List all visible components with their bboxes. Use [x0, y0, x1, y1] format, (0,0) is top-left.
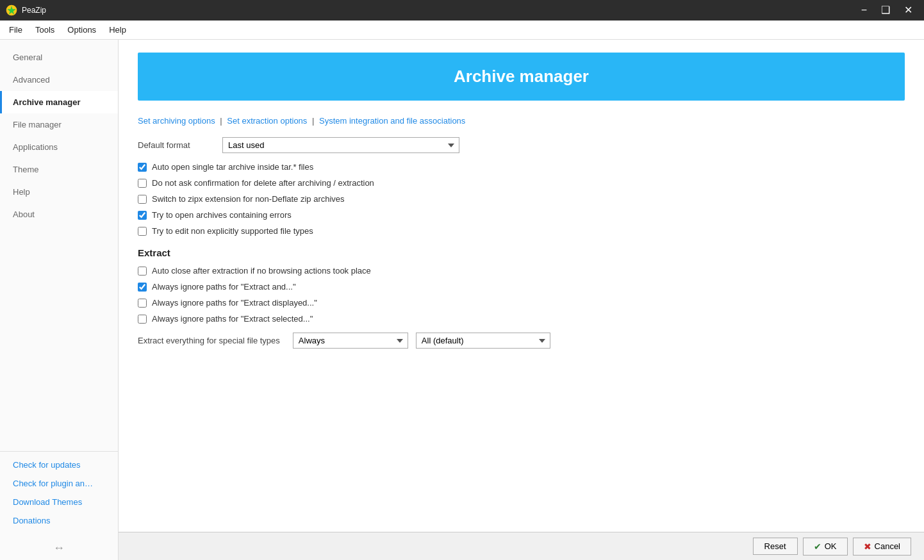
window-controls: − ❑ ✕: [855, 0, 919, 21]
sidebar-resize-handle[interactable]: ↔: [0, 536, 118, 560]
sidebar-item-help[interactable]: Help: [0, 181, 118, 203]
title-bar-app-name: PeaZip: [22, 6, 46, 15]
no-delete-confirm-checkbox[interactable]: [138, 179, 147, 188]
close-button[interactable]: ✕: [898, 0, 919, 21]
sidebar-item-archive-manager[interactable]: Archive manager: [0, 91, 118, 113]
auto-close-extract-label[interactable]: Auto close after extraction if no browsi…: [152, 266, 371, 276]
always-ignore-selected-label[interactable]: Always ignore paths for "Extract selecte…: [152, 314, 313, 324]
always-ignore-and-label[interactable]: Always ignore paths for "Extract and...": [152, 282, 296, 292]
ok-label: OK: [825, 541, 837, 551]
bottom-bar: Reset ✔ OK ✖ Cancel: [119, 532, 924, 560]
set-archiving-link[interactable]: Set archiving options: [138, 116, 215, 126]
content-area: Archive manager Set archiving options | …: [119, 40, 924, 560]
always-ignore-selected-checkbox[interactable]: [138, 315, 147, 324]
sidebar: General Advanced Archive manager File ma…: [0, 40, 119, 560]
checkbox-auto-close-extract: Auto close after extraction if no browsi…: [138, 266, 905, 276]
page-banner: Archive manager: [138, 53, 905, 101]
maximize-button[interactable]: ❑: [875, 0, 896, 21]
main-layout: General Advanced Archive manager File ma…: [0, 40, 924, 560]
extract-special-label: Extract everything for special file type…: [138, 336, 280, 345]
checkbox-try-open-errors: Try to open archives containing errors: [138, 210, 905, 220]
default-format-row: Default format Last used ZIP 7Z TAR GZ: [138, 137, 905, 153]
sidebar-nav: General Advanced Archive manager File ma…: [0, 46, 118, 447]
checkbox-always-ignore-selected: Always ignore paths for "Extract selecte…: [138, 314, 905, 324]
menu-help[interactable]: Help: [103, 22, 133, 37]
sidebar-item-applications[interactable]: Applications: [0, 136, 118, 158]
menu-tools[interactable]: Tools: [29, 22, 61, 37]
menu-bar: File Tools Options Help: [0, 21, 924, 40]
sidebar-link-donations[interactable]: Donations: [0, 511, 118, 530]
checkbox-auto-open-tar: Auto open single tar archive inside tar.…: [138, 162, 905, 172]
switch-zipx-checkbox[interactable]: [138, 195, 147, 204]
checkbox-always-ignore-displayed: Always ignore paths for "Extract display…: [138, 298, 905, 308]
switch-zipx-label[interactable]: Switch to zipx extension for non-Deflate…: [152, 194, 345, 204]
try-edit-unsupported-label[interactable]: Try to edit non explicitly supported fil…: [152, 226, 313, 236]
cancel-icon: ✖: [864, 541, 871, 552]
menu-options[interactable]: Options: [61, 22, 103, 37]
menu-file[interactable]: File: [3, 22, 29, 37]
auto-open-tar-label[interactable]: Auto open single tar archive inside tar.…: [152, 162, 313, 172]
checkbox-always-ignore-and: Always ignore paths for "Extract and...": [138, 282, 905, 292]
ok-button[interactable]: ✔ OK: [803, 538, 848, 556]
reset-label: Reset: [764, 541, 786, 551]
extract-special-select1[interactable]: Always Never Ask: [293, 333, 408, 349]
sidebar-bottom: Check for updates Check for plugin an… D…: [0, 456, 118, 536]
try-open-errors-label[interactable]: Try to open archives containing errors: [152, 210, 292, 220]
cancel-label: Cancel: [875, 541, 900, 551]
extract-special-row: Extract everything for special file type…: [138, 333, 905, 349]
checkbox-no-delete-confirm: Do not ask confirmation for delete after…: [138, 178, 905, 188]
system-integration-link[interactable]: System integration and file associations: [319, 116, 465, 126]
sidebar-link-check-plugin[interactable]: Check for plugin an…: [0, 474, 118, 493]
ok-icon: ✔: [814, 541, 821, 552]
no-delete-confirm-label[interactable]: Do not ask confirmation for delete after…: [152, 178, 374, 188]
always-ignore-displayed-label[interactable]: Always ignore paths for "Extract display…: [152, 298, 317, 308]
auto-open-tar-checkbox[interactable]: [138, 163, 147, 172]
checkbox-switch-zipx: Switch to zipx extension for non-Deflate…: [138, 194, 905, 204]
checkbox-try-edit-unsupported: Try to edit non explicitly supported fil…: [138, 226, 905, 236]
minimize-button[interactable]: −: [855, 0, 873, 21]
sidebar-item-advanced[interactable]: Advanced: [0, 69, 118, 91]
try-edit-unsupported-checkbox[interactable]: [138, 227, 147, 236]
extract-section-heading: Extract: [138, 247, 905, 258]
separator1: |: [220, 116, 222, 126]
sidebar-item-general[interactable]: General: [0, 46, 118, 69]
default-format-select[interactable]: Last used ZIP 7Z TAR GZ: [222, 137, 459, 153]
cancel-button[interactable]: ✖ Cancel: [853, 538, 911, 556]
default-format-label: Default format: [138, 140, 215, 150]
sidebar-item-theme[interactable]: Theme: [0, 158, 118, 181]
reset-button[interactable]: Reset: [753, 538, 798, 555]
sidebar-link-download-themes[interactable]: Download Themes: [0, 493, 118, 511]
always-ignore-and-checkbox[interactable]: [138, 283, 147, 292]
separator2: |: [312, 116, 314, 126]
sidebar-link-check-updates[interactable]: Check for updates: [0, 456, 118, 474]
extract-special-select2[interactable]: All (default) Images Documents Audio Vid…: [416, 333, 550, 349]
app-icon: [5, 4, 18, 17]
sidebar-item-file-manager[interactable]: File manager: [0, 113, 118, 136]
try-open-errors-checkbox[interactable]: [138, 211, 147, 220]
set-extraction-link[interactable]: Set extraction options: [227, 116, 307, 126]
auto-close-extract-checkbox[interactable]: [138, 267, 147, 276]
title-bar: PeaZip − ❑ ✕: [0, 0, 924, 21]
always-ignore-displayed-checkbox[interactable]: [138, 299, 147, 308]
sidebar-item-about[interactable]: About: [0, 203, 118, 226]
links-row: Set archiving options | Set extraction o…: [138, 116, 905, 126]
